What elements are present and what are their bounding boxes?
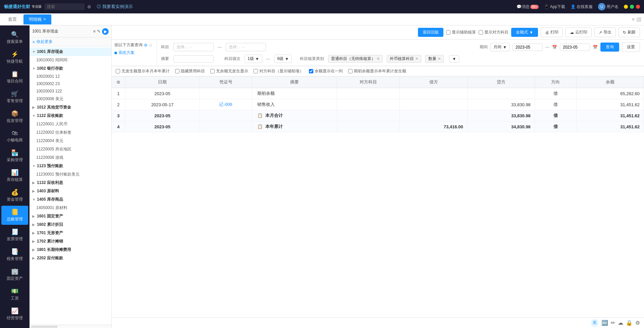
summary-input[interactable] [173,55,214,63]
tree-item-1801[interactable]: ▶ 1801 长期待摊费用 [30,246,111,254]
show-opposite-checkbox[interactable] [479,30,483,35]
tree-item-10020003[interactable]: 10020003 122 [30,87,111,95]
sidebar-item-ledger[interactable]: 📒 总账管理 [1,206,28,225]
maximize-btn[interactable] [630,5,634,9]
tab-close-icon[interactable]: ✕ [43,17,46,21]
tree-item-1002[interactable]: ▼ 1002 银行存款 [30,64,111,73]
tree-item-1602[interactable]: ▶ 1602 累计折旧 [30,220,111,229]
show-aux-checkbox-label[interactable]: 显示辅助核算 [446,29,476,35]
bottom-icon-cloud[interactable]: ☁ [618,320,623,326]
bottom-icon-keyboard[interactable]: 🔤 [601,320,608,326]
sidebar-item-search[interactable]: 🔍 搜索菜单 [1,28,28,47]
sidebar-item-ecommerce[interactable]: 🛍 小畅电商 [1,127,28,146]
chk-no-balance-label[interactable]: 无余额无发生显示 [210,68,248,74]
chk-no-occur[interactable] [116,69,120,73]
subject-input-from[interactable]: 选择... ··· [173,43,214,51]
tree-item-1701[interactable]: ▶ 1701 无形资产 [30,229,111,237]
sidebar-item-operations[interactable]: 📈 经营管理 [1,305,28,324]
chk-hide-disabled-label[interactable]: 隐藏禁用科目 [175,68,205,74]
setting-button[interactable]: 设置 [622,42,640,52]
tree-item-2202[interactable]: ▶ 2202 应付账款 [30,254,111,262]
level-from-select[interactable]: 1级 ▼ [245,55,262,63]
message-btn[interactable]: 💬 消息 99+ [517,4,539,10]
tag-normal-close[interactable]: ✕ [377,57,380,61]
tree-item-10010001[interactable]: 10010001 同同同 [30,56,111,64]
account-nav-next[interactable]: ▶ [102,28,109,35]
sidebar-item-expense[interactable]: 🗂 小畅报销 [1,324,28,328]
scheme-arrow-icon[interactable]: ◁ [149,43,152,47]
tree-item-14050001[interactable]: 14050001 原材料 [30,204,111,212]
tree-item-10020006[interactable]: 10020006 美元 [30,95,111,103]
show-opposite-checkbox-label[interactable]: 显示对方科目 [479,29,508,35]
user-info[interactable]: U 用户名 [598,3,619,10]
scroll-thumb[interactable] [31,326,58,328]
tree-item-1601[interactable]: ▶ 1601 固定资产 [30,212,111,220]
tree-item-1403[interactable]: ▶ 1403 原材料 [30,187,111,195]
chk-opposite[interactable] [254,69,258,73]
sidebar-item-project[interactable]: 📋 项目合同 [1,68,28,87]
tag-foreign-close[interactable]: ✕ [415,57,418,61]
tree-item-11220001[interactable]: 11220001 人民币 [30,120,111,128]
query-button[interactable]: 查询 [600,43,619,52]
tree-item-10020001[interactable]: 10020001 12 [30,73,111,80]
period-type-select[interactable]: 月间 ▼ [490,43,510,51]
tree-item-1122[interactable]: ▼ 1122 应收账款 [30,112,111,120]
period-start-input[interactable] [513,44,543,51]
tree-item-1001[interactable]: ▼ 1001 库存现金 [30,48,111,56]
th-settings[interactable]: ⚙ [112,76,125,88]
tree-item-11220004[interactable]: 11220004 美元 [30,137,111,145]
bottom-icon-edit[interactable]: ✏ [611,320,615,326]
chk-init-balance[interactable] [348,69,353,73]
sidebar-item-assets[interactable]: 🏢 固定资产 [1,265,28,284]
cloud-print-button[interactable]: ☁ 云打印 [566,27,592,37]
account-list-icon[interactable]: ≡ [93,29,96,34]
tree-item-11220005[interactable]: 11220005 所在地区 [30,145,111,153]
sidebar-item-invoice[interactable]: 🧾 发票管理 [1,225,28,245]
subject-input-to[interactable]: 选择... ··· [226,43,266,51]
export-button[interactable]: ↗ 导出 [594,27,616,37]
sidebar-item-fund[interactable]: 💰 资金管理 [1,186,28,205]
chk-balance-col[interactable] [309,69,313,73]
sidebar-item-inventory[interactable]: 📊 库存核算 [1,166,28,185]
format-button[interactable]: 金额式 ▼ [511,28,538,37]
tree-item-1132[interactable]: ▶ 1132 应收利息 [30,179,111,187]
chk-no-balance[interactable] [210,69,215,73]
gear-icon[interactable]: ⚙ [87,4,91,9]
return-old-version-button[interactable]: 退回旧版 [418,28,443,37]
account-edit-icon[interactable]: ✎ [97,29,101,34]
tree-item-10020002[interactable]: 10020002 23 [30,80,111,87]
period-end-input[interactable] [560,44,590,51]
chk-init-balance-label[interactable]: 期初余额显示本年累计发生额 [348,68,406,74]
sidebar-item-tax[interactable]: 📑 税务管理 [1,245,28,264]
chk-balance-col-label[interactable]: 余额显示在一列 [309,68,343,74]
tree-item-1012[interactable]: ▶ 1012 其他货币资金 [30,103,111,112]
app-download-btn[interactable]: 📱 App下载 [544,4,565,10]
print-button[interactable]: 🖨 打印 [541,27,563,37]
tree-item-1123[interactable]: ▼ 1123 预付账款 [30,162,111,170]
close-btn[interactable] [636,5,640,9]
sidebar-item-quick-nav[interactable]: ⚡ 快捷导航 [1,48,28,67]
tree-item-1702[interactable]: ▶ 1702 累计摊销 [30,237,111,246]
tree-item-11220006[interactable]: 11220006 游戏 [30,153,111,162]
chk-no-occur-label[interactable]: 无发生额显示本月本年累计 [116,68,170,74]
chk-hide-disabled[interactable] [175,69,179,73]
minimize-btn[interactable] [624,5,628,9]
collapse-bar[interactable]: ∧ 收起更多 [30,38,111,46]
tab-collapse-icon[interactable]: ✕ [632,17,635,22]
bottom-icon-lock[interactable]: 🔒 [626,320,633,326]
level-to-select[interactable]: 6级 ▼ [274,55,292,63]
tab-expand-icon[interactable]: ⬜ [636,17,641,22]
tree-item-11220002[interactable]: 11220002 往来标签 [30,128,111,137]
sidebar-item-wholesale[interactable]: 📦 批发管理 [1,107,28,126]
show-aux-checkbox[interactable] [446,30,450,35]
scheme-settings-icon[interactable]: ⚙ [144,43,148,48]
window-search-input[interactable] [44,3,85,10]
demo-link[interactable]: ◎ 我要看实例演示 [97,4,133,10]
tab-detail-ledger[interactable]: 明细账 ✕ [23,14,51,24]
system-scheme[interactable]: 系统方案 [114,50,154,56]
period-calendar-icon[interactable]: 📅 [593,45,598,50]
sidebar-item-purchase[interactable]: 🏪 采购管理 [1,146,28,166]
bottom-icon-translate[interactable]: 英 [591,319,599,327]
tag-quantity-close[interactable]: ✕ [438,57,441,61]
online-service-btn[interactable]: 👤 在线客服 [571,4,593,10]
